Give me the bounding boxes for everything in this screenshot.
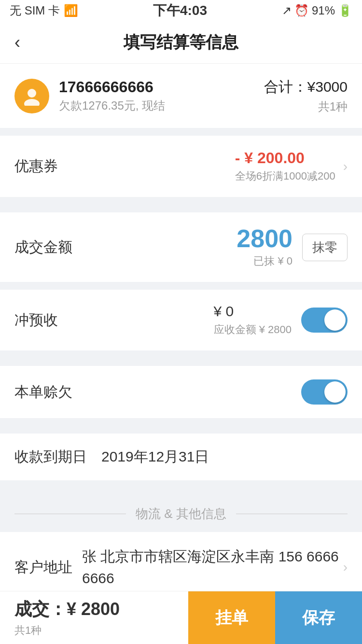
deal-amount-section: 成交金额 2800 已抹 ¥ 0 抹零 <box>0 212 362 282</box>
address-chevron-icon: › <box>343 560 348 575</box>
prepay-label: 冲预收 <box>14 310 58 330</box>
coupon-label: 优惠券 <box>14 156 58 176</box>
deal-amount-row: 成交金额 2800 已抹 ¥ 0 抹零 <box>0 212 362 282</box>
deal-amount-value: 2800 <box>237 226 292 251</box>
address-label: 客户地址 <box>14 558 72 577</box>
coupon-row[interactable]: 优惠券 - ¥ 200.00 全场6折满1000减200 › <box>0 136 362 197</box>
round-zero-button[interactable]: 抹零 <box>302 234 348 261</box>
sim-status: 无 SIM 卡 <box>10 3 60 18</box>
due-date-label: 收款到期日 <box>14 447 87 467</box>
divider-2 <box>0 358 362 366</box>
deal-amount-value-area: 2800 已抹 ¥ 0 抹零 <box>237 226 348 268</box>
header-line-left <box>14 514 126 514</box>
credit-toggle[interactable] <box>301 379 348 405</box>
bottom-count: 共1种 <box>14 623 174 638</box>
prepay-value-area: ¥ 0 应收金额 ¥ 2800 <box>214 303 348 337</box>
svg-point-0 <box>28 89 36 98</box>
customer-left: 17666666666 欠款1276.35元, 现结 <box>14 78 165 113</box>
due-date-value: 2019年12月31日 <box>101 447 209 467</box>
coupon-discount: - ¥ 200.00 <box>235 149 335 167</box>
prepay-toggle[interactable] <box>301 308 348 333</box>
customer-sub: 欠款1276.35元, 现结 <box>59 98 165 113</box>
status-bar: 无 SIM 卡 📶 下午4:03 ↗ ⏰ 91% 🔋 <box>0 0 362 21</box>
total-count: 共1种 <box>264 99 348 114</box>
bottom-deal-prefix: 成交： <box>14 599 67 619</box>
credit-label: 本单赊欠 <box>14 382 72 402</box>
header-line-right <box>236 514 348 514</box>
nav-bar: ‹ 填写结算等信息 <box>0 21 362 64</box>
customer-right: 合计：¥3000 共1种 <box>264 77 348 114</box>
divider-4 <box>0 488 362 496</box>
deal-amount-sub: 已抹 ¥ 0 <box>237 254 292 268</box>
alarm-icon: ⏰ <box>294 4 309 17</box>
coupon-desc: 全场6折满1000减200 <box>235 169 335 183</box>
bottom-bar: 成交：¥ 2800 共1种 挂单 保存 <box>0 591 362 644</box>
battery-percent: 91% <box>312 4 335 17</box>
chevron-right-icon: › <box>343 159 348 174</box>
status-right: ↗ ⏰ 91% 🔋 <box>282 4 352 17</box>
credit-section: 本单赊欠 <box>0 366 362 418</box>
customer-info: 17666666666 欠款1276.35元, 现结 <box>59 78 165 113</box>
prepay-row: 冲预收 ¥ 0 应收金额 ¥ 2800 <box>0 290 362 350</box>
wifi-icon: 📶 <box>64 4 78 17</box>
prepay-section: 冲预收 ¥ 0 应收金额 ¥ 2800 <box>0 290 362 350</box>
total-amount: 合计：¥3000 <box>264 77 348 97</box>
logistics-header: 物流 & 其他信息 <box>0 496 362 532</box>
coupon-right: - ¥ 200.00 全场6折满1000减200 › <box>235 149 348 183</box>
credit-row: 本单赊欠 <box>0 366 362 418</box>
status-time: 下午4:03 <box>153 1 207 20</box>
location-icon: ↗ <box>282 4 292 17</box>
back-button[interactable]: ‹ <box>14 32 43 53</box>
prepay-sub: 应收金额 ¥ 2800 <box>214 322 292 337</box>
deal-amount-label: 成交金额 <box>14 238 72 257</box>
svg-point-1 <box>24 99 40 106</box>
bottom-summary: 成交：¥ 2800 共1种 <box>0 598 188 638</box>
divider-1 <box>0 205 362 212</box>
address-value: 张 北京市市辖区海淀区永丰南 156 6666 6666 <box>82 546 339 589</box>
battery-icon: 🔋 <box>338 4 352 17</box>
avatar <box>14 79 49 113</box>
customer-card: 17666666666 欠款1276.35元, 现结 合计：¥3000 共1种 <box>0 64 362 128</box>
save-button[interactable]: 保存 <box>275 591 362 644</box>
page-title: 填写结算等信息 <box>124 31 238 54</box>
bottom-deal-value: ¥ 2800 <box>67 599 120 619</box>
status-left: 无 SIM 卡 📶 <box>10 3 78 18</box>
bottom-deal-amount: 成交：¥ 2800 <box>14 598 174 621</box>
divider-3 <box>0 426 362 434</box>
due-date-row: 收款到期日 2019年12月31日 <box>0 434 362 480</box>
logistics-header-text: 物流 & 其他信息 <box>136 505 226 522</box>
customer-phone: 17666666666 <box>59 78 165 96</box>
prepay-value: ¥ 0 <box>214 303 292 320</box>
hold-button[interactable]: 挂单 <box>188 591 275 644</box>
credit-value-area <box>301 379 348 405</box>
